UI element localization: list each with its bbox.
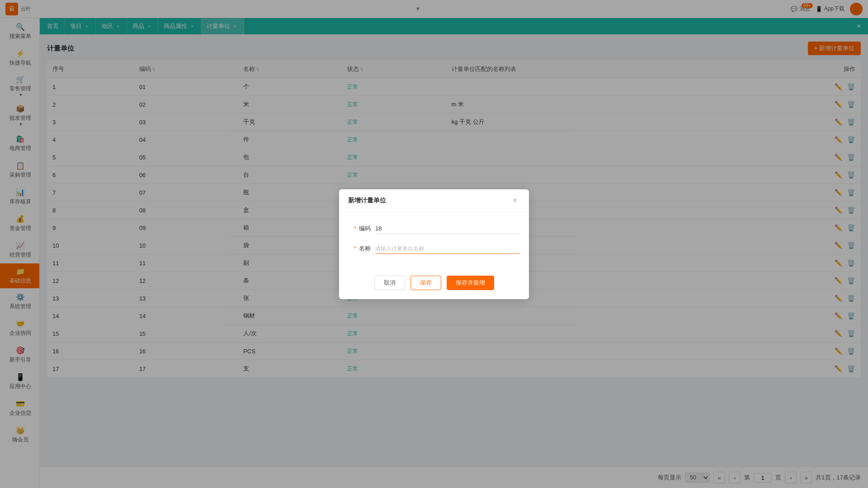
modal-header: 新增计量单位 × (339, 189, 529, 212)
modal-overlay: 新增计量单位 × * 编码 * 名称 取消 保存 保存并新增 (0, 0, 868, 488)
add-measure-unit-modal: 新增计量单位 × * 编码 * 名称 取消 保存 保存并新增 (339, 189, 529, 299)
form-row-code: * 编码 (348, 223, 520, 234)
name-input[interactable] (375, 243, 520, 254)
code-label: * 编码 (348, 225, 375, 233)
modal-title: 新增计量单位 (348, 197, 386, 205)
modal-close-btn[interactable]: × (510, 196, 520, 206)
name-label: * 名称 (348, 244, 375, 253)
code-required-star: * (354, 225, 356, 232)
name-required-star: * (354, 245, 356, 252)
form-row-name: * 名称 (348, 243, 520, 254)
modal-footer: 取消 保存 保存并新增 (339, 270, 529, 299)
save-and-new-button[interactable]: 保存并新增 (447, 276, 494, 290)
cancel-button[interactable]: 取消 (374, 276, 405, 290)
code-input[interactable] (375, 223, 520, 234)
save-button[interactable]: 保存 (410, 276, 441, 290)
modal-body: * 编码 * 名称 (339, 212, 529, 270)
